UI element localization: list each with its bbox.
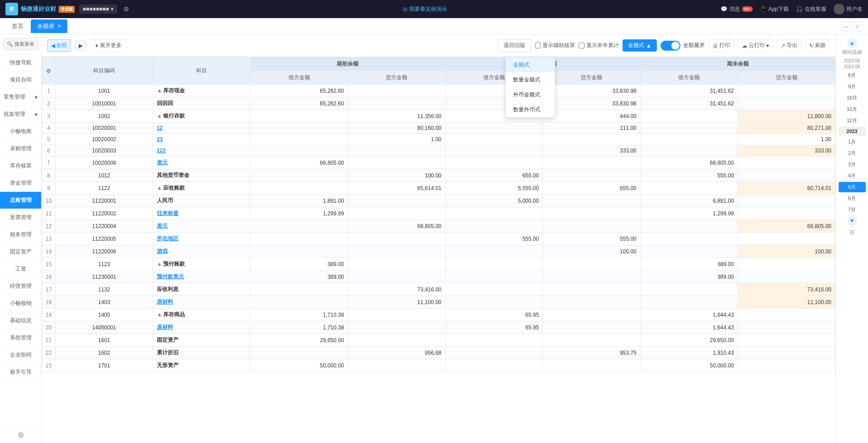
account-link[interactable]: 预付款美元 [157,273,184,280]
table-row[interactable]: 5 10020002 23 1.00 1.00 [42,134,835,145]
sidebar-item-expense[interactable]: 小畅报销 [0,295,41,312]
sidebar-item-ecommerce[interactable]: 小畅电商 [0,123,41,140]
dropdown-item-2[interactable]: 外币金额式 [506,87,555,102]
sidebar-item-funds[interactable]: 资金管理 [0,175,41,192]
table-row[interactable]: 19 1405 ▲库存商品 1,710.38 65.95 1,644.43 [42,309,835,321]
period-up-button[interactable]: ▲ [847,38,857,48]
sidebar-item-wholesale[interactable]: 批发管理 ▾ [0,106,41,123]
dropdown-item-1[interactable]: 数量金额式 [506,72,555,87]
sidebar-item-operations[interactable]: 经营管理 [0,278,41,295]
month-11[interactable]: 11月 [839,104,866,114]
dropdown-item-0[interactable]: 金额式 [506,57,555,72]
download-item[interactable]: 📱 App下载 [760,5,789,13]
month-2[interactable]: 2月 [839,148,866,158]
service-item[interactable]: 🎧 在线客服 [796,5,826,13]
account-link[interactable]: 原材料 [157,299,173,305]
account-link[interactable]: 23 [157,136,163,143]
month-10[interactable]: 10月 [839,93,866,103]
th-settings[interactable]: ⚙ [42,57,56,85]
table-row[interactable]: 15 1123 ▲预付账款 389.00 389.00 [42,258,835,271]
account-link[interactable]: 12 [157,125,163,131]
month-3[interactable]: 3月 [839,159,866,170]
auxiliary-checkbox[interactable] [535,43,541,48]
month-7[interactable]: 7月 [839,205,866,215]
table-row[interactable]: 23 1701 无形资产 50,000.00 50,000.00 [42,359,835,372]
refresh-button[interactable]: ↻ 刷新 [805,39,830,52]
tab-home[interactable]: 首页 [5,19,30,33]
table-row[interactable]: 4 10020001 12 80,160.00 111.00 80,271.00 [42,123,835,134]
account-link[interactable]: 差元 [157,159,168,166]
message-item[interactable]: 💬 消息 99+ [721,5,752,13]
month-1[interactable]: 1月 [839,137,866,147]
amount-mode-button[interactable]: 金额式 ▲ [623,39,657,52]
table-row[interactable]: 14 11220006 游戏 100.00 100.00 [42,245,835,258]
ytd-checkbox[interactable] [579,43,585,48]
table-row[interactable]: 3 1002 ▲银行存款 11,356.00 444.00 11,800.00 [42,110,835,123]
gear-icon[interactable]: ⚙ [123,5,129,13]
account-link[interactable]: 所在地区 [157,235,179,242]
account-link[interactable]: 游戏 [157,248,168,254]
table-row[interactable]: 21 1601 固定资产 29,650.00 29,650.00 [42,334,835,347]
sidebar-item-guide[interactable]: 新手引导 [0,364,41,381]
tab-balance[interactable]: 余额表 ✕ [31,19,67,33]
sidebar-item-collab[interactable]: 企业协同 [0,347,41,364]
table-row[interactable]: 12 11220004 差元 68,805.00 68,805.00 [42,220,835,233]
month-4[interactable]: 4月 [839,171,866,181]
nav-all-button[interactable]: ◀ 全部 [47,39,71,52]
version-selector[interactable]: ■■■■■■■■ ▾ [79,5,117,14]
expand-more-button[interactable]: ▾ 展开更多 [90,39,127,52]
table-row[interactable]: 17 1132 应收利息 73,416.00 73,416.00 [42,283,835,296]
sidebar-item-tax[interactable]: 税务管理 [0,226,41,243]
sidebar-search-button[interactable]: 🔍 搜索菜单 [3,38,38,50]
return-old-button[interactable]: 退回旧版 [498,39,531,52]
table-row[interactable]: 22 1602 累计折旧 956.68 953.75 1,910.43 [42,347,835,359]
nav-right-button[interactable]: ▶ [75,40,87,51]
sidebar-item-payroll[interactable]: 工资 [0,261,41,278]
month-9[interactable]: 9月 [839,81,866,92]
account-link[interactable]: 原材料 [157,324,173,330]
sidebar-item-inventory[interactable]: 库存核算 [0,157,41,175]
table-row[interactable]: 10 11220001 人民币 1,891.00 5,000.00 6,891.… [42,195,835,207]
month-8[interactable]: 8月 [839,70,866,81]
table-row[interactable]: 11 11220002 往来标签 1,299.99 1,299.99 [42,207,835,220]
table-row[interactable]: 20 14050001 原材料 1,710.38 65.95 1,644.43 [42,321,835,334]
print-button[interactable]: 🖨 打印 [708,39,734,52]
expand-all-switch[interactable] [660,41,680,51]
user-item[interactable]: 用户名 [834,4,863,14]
sidebar-item-purchase[interactable]: 采购管理 [0,140,41,157]
sidebar-item-system[interactable]: 系统管理 [0,329,41,347]
table-row[interactable]: 7 10020006 差元 68,805.00 68,805.00 [42,157,835,169]
month-6[interactable]: 6月 [839,193,866,204]
table-row[interactable]: 6 10020003 122 333.00 333.00 [42,145,835,157]
sidebar-item-invoice[interactable]: 发票管理 [0,209,41,226]
sidebar-item-assets[interactable]: 固定资产 [0,243,41,261]
table-row[interactable]: 13 11220005 所在地区 555.00 555.00 [42,233,835,245]
account-link[interactable]: 122 [157,148,166,154]
demo-link[interactable]: ◎ 我要看实例演示 [403,5,447,13]
table-row[interactable]: 1 1001 ▲库存现金 65,282.60 33,830.98 31,451.… [42,85,835,97]
table-row[interactable]: 16 11230001 预付款美元 389.00 389.00 [42,271,835,283]
sidebar-item-basic[interactable]: 基础信息 [0,312,41,329]
table-row[interactable]: 9 1122 ▲应收账款 65,614.01 5,555.00 655.00 6… [42,182,835,195]
sidebar-item-ledger[interactable]: 总账管理 [0,192,41,209]
month-5[interactable]: 5月 [839,182,866,192]
table-row[interactable]: 2 10010001 回回回 65,282.60 33,830.98 31,45… [42,97,835,110]
sidebar-item-quick-nav[interactable]: 快捷导航 [0,54,41,71]
tab-close-icon[interactable]: ✕ [57,24,61,29]
tab-minimize-button[interactable]: — [841,21,851,31]
period-collapse-icon[interactable]: ⊙ [849,229,855,236]
table-row[interactable]: 18 1403 原材料 11,100.00 11,100.00 [42,296,835,309]
table-row[interactable]: 8 1012 其他货币资金 100.00 655.00 555.00 [42,169,835,182]
sidebar-settings-icon[interactable]: ⚙ [18,431,24,439]
account-link[interactable]: 往来标签 [157,210,179,216]
period-down-button[interactable]: ▼ [847,216,857,226]
cell-num: 5 [42,134,56,145]
account-link[interactable]: 差元 [157,223,168,229]
dropdown-item-3[interactable]: 数量外币式 [506,102,555,117]
tab-maximize-button[interactable]: □ [853,21,863,31]
export-button[interactable]: ↗ 导出 [777,39,802,52]
sidebar-item-retail[interactable]: 零售管理 ▾ [0,89,41,106]
cloud-print-button[interactable]: ☁ 云打印 ▾ [738,39,773,52]
sidebar-item-project[interactable]: 项目合同 [0,71,41,89]
month-12[interactable]: 12月 [839,115,866,126]
